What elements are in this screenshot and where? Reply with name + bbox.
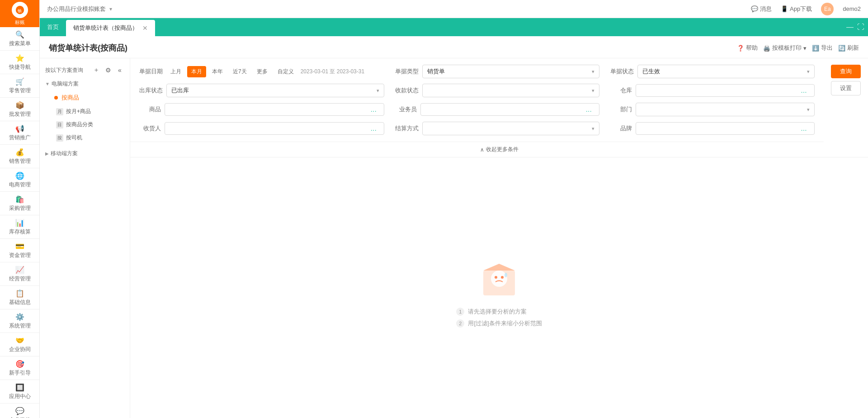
panel-header: 按以下方案查询 ＋ ⚙ « <box>40 63 130 77</box>
brand-dots[interactable]: … <box>798 125 810 132</box>
product-input[interactable]: … <box>165 103 384 116</box>
sidebar-item-label: 销售管理 <box>9 157 31 165</box>
inventory-icon: 📊 <box>15 218 24 227</box>
date-tab-last-month[interactable]: 上月 <box>166 66 185 77</box>
empty-hint-2: 2 用[过滤]条件来缩小分析范围 <box>456 319 542 328</box>
sidebar-item-guide[interactable]: 🎯 新手引导 <box>0 356 39 380</box>
date-tab-this-month[interactable]: 本月 <box>187 66 206 77</box>
logo[interactable]: 畅 标账 <box>0 0 39 27</box>
user-name[interactable]: demo2 <box>843 5 861 12</box>
salesman-label: 业务员 <box>395 105 420 114</box>
collapse-bar[interactable]: ∧ 收起更多条件 <box>130 142 868 157</box>
active-dot-icon <box>54 96 58 100</box>
scheme-sub-item-category[interactable]: 目 按商品分类 <box>40 118 130 131</box>
filter-row-4: 收货人 … 结算方式 ▾ <box>139 122 815 135</box>
sidebar-item-operations[interactable]: 📈 经营管理 <box>0 262 39 286</box>
sidebar-item-label: 快捷导航 <box>9 63 31 71</box>
receiver-input[interactable]: … <box>165 122 384 135</box>
sidebar-item-ecommerce[interactable]: 🌐 电商管理 <box>0 168 39 192</box>
sidebar-item-wholesale[interactable]: 📦 批发管理 <box>0 98 39 121</box>
tab-close-btn[interactable]: ✕ <box>142 24 148 32</box>
sidebar-item-retail[interactable]: 🛒 零售管理 <box>0 74 39 98</box>
payment-select[interactable]: ▾ <box>422 84 599 97</box>
outstock-select[interactable]: 已出库 ▾ <box>166 84 384 97</box>
department-label: 部门 <box>610 105 636 114</box>
export-icon: ⬇️ <box>812 45 819 52</box>
salesman-input[interactable]: … <box>420 103 599 116</box>
sidebar-item-system[interactable]: ⚙️ 系统管理 <box>0 309 39 333</box>
tab-minimize-btn[interactable]: — <box>846 23 854 31</box>
scheme-group-desktop-title[interactable]: ▼ 电脑端方案 <box>40 77 130 90</box>
group-arrow-icon-2: ▶ <box>45 151 49 156</box>
date-range-text: 2023-03-01 至 2023-03-31 <box>301 68 364 76</box>
sidebar-item-quick-nav[interactable]: ⭐ 快捷导航 <box>0 51 39 74</box>
sidebar-item-enterprise[interactable]: 🤝 企业协同 <box>0 333 39 356</box>
tab-maximize-btn[interactable]: ⛶ <box>857 23 864 31</box>
sidebar-item-apps[interactable]: 🔲 应用中心 <box>0 380 39 404</box>
scheme-item-by-product[interactable]: 按商品 <box>42 90 128 105</box>
date-tab-custom[interactable]: 自定义 <box>274 66 298 77</box>
sidebar-item-label: 新手引导 <box>9 369 31 377</box>
warehouse-dots[interactable]: … <box>798 87 810 94</box>
receiver-dots[interactable]: … <box>368 125 379 132</box>
date-tab-more[interactable]: 更多 <box>253 66 272 77</box>
date-tabs: 上月 本月 本年 近7天 更多 自定义 <box>166 66 298 77</box>
scheme-group-label: 电脑端方案 <box>52 80 79 88</box>
panel-settings-btn[interactable]: ⚙ <box>104 66 113 75</box>
panel-collapse-btn[interactable]: « <box>115 66 124 75</box>
department-dropdown-icon: ▾ <box>807 107 810 113</box>
sidebar-item-basic[interactable]: 📋 基础信息 <box>0 286 39 309</box>
settlement-select[interactable]: ▾ <box>422 122 599 135</box>
refresh-btn[interactable]: 🔄 刷新 <box>838 44 859 52</box>
filter-panel: 单据日期 上月 本月 本年 近7天 更多 自定义 <box>130 58 824 142</box>
department-select[interactable]: ▾ <box>636 103 815 116</box>
sidebar-item-purchase[interactable]: 🛍️ 采购管理 <box>0 192 39 215</box>
tab-home[interactable]: 首页 <box>40 18 66 36</box>
scheme-group-desktop: ▼ 电脑端方案 按商品 月 按月+商品 目 按商品分类 <box>40 77 130 144</box>
print-btn[interactable]: 🖨️ 按模板打印 ▾ <box>763 44 807 52</box>
sidebar-item-inventory[interactable]: 📊 库存核算 <box>0 215 39 239</box>
page-header: 销货单统计表(按商品) ❓ 帮助 🖨️ 按模板打印 ▾ ⬇️ 导出 🔄 刷新 <box>40 36 868 58</box>
settings-btn[interactable]: 设置 <box>831 81 861 95</box>
date-label: 单据日期 <box>139 67 166 76</box>
query-btn[interactable]: 查询 <box>831 65 861 78</box>
content-area: 按以下方案查询 ＋ ⚙ « ▼ 电脑端方案 按商品 月 <box>40 58 868 418</box>
scheme-group-mobile-title[interactable]: ▶ 移动端方案 <box>40 147 130 160</box>
sidebar-item-wechat[interactable]: 💬 企业微信 <box>0 404 39 418</box>
status-select[interactable]: 已生效 ▾ <box>637 65 815 78</box>
date-tab-this-year[interactable]: 本年 <box>208 66 227 77</box>
avatar[interactable]: Ea <box>821 3 834 15</box>
brand-input[interactable]: … <box>636 122 815 135</box>
type-select-value: 销货单 <box>427 67 589 76</box>
salesman-dots[interactable]: … <box>583 106 594 113</box>
svg-point-7 <box>505 273 507 277</box>
scheme-sub-item-cashier[interactable]: 按 按司机 <box>40 131 130 144</box>
svg-point-6 <box>501 276 504 279</box>
filter-row-3: 商品 … 业务员 … <box>139 103 815 116</box>
outstock-label: 出库状态 <box>139 86 166 95</box>
purchase-icon: 🛍️ <box>15 195 24 204</box>
scheme-sub-item-month-product[interactable]: 月 按月+商品 <box>40 105 130 118</box>
filter-row-1: 单据日期 上月 本月 本年 近7天 更多 自定义 <box>139 65 815 78</box>
receiver-label: 收货人 <box>139 124 165 133</box>
sidebar-item-sales[interactable]: 💰 销售管理 <box>0 145 39 168</box>
star-icon: ⭐ <box>15 54 24 62</box>
panel-add-btn[interactable]: ＋ <box>92 66 101 75</box>
export-btn[interactable]: ⬇️ 导出 <box>812 44 833 52</box>
outstock-dropdown-icon: ▾ <box>377 88 379 94</box>
message-btn[interactable]: 💬 消息 <box>751 5 772 13</box>
app-dropdown[interactable]: ▾ <box>109 6 112 12</box>
filter-container: 单据日期 上月 本月 本年 近7天 更多 自定义 <box>130 58 868 142</box>
warehouse-input[interactable]: … <box>636 84 815 97</box>
tab-sales-stat[interactable]: 销货单统计表（按商品） ✕ <box>66 20 155 36</box>
type-dropdown-icon: ▾ <box>592 69 594 75</box>
empty-hints: 1 请先选择要分析的方案 2 用[过滤]条件来缩小分析范围 <box>456 308 542 328</box>
date-tab-7days[interactable]: 近7天 <box>229 66 251 77</box>
sidebar-item-marketing[interactable]: 📢 营销推广 <box>0 121 39 145</box>
type-select[interactable]: 销货单 ▾ <box>422 65 599 78</box>
app-download-btn[interactable]: 📱 App下载 <box>781 5 812 13</box>
product-dots[interactable]: … <box>368 106 379 113</box>
sidebar-item-search[interactable]: 🔍 搜索菜单 <box>0 27 39 51</box>
sidebar-item-finance[interactable]: 💳 资金管理 <box>0 239 39 262</box>
help-btn[interactable]: ❓ 帮助 <box>737 44 758 52</box>
